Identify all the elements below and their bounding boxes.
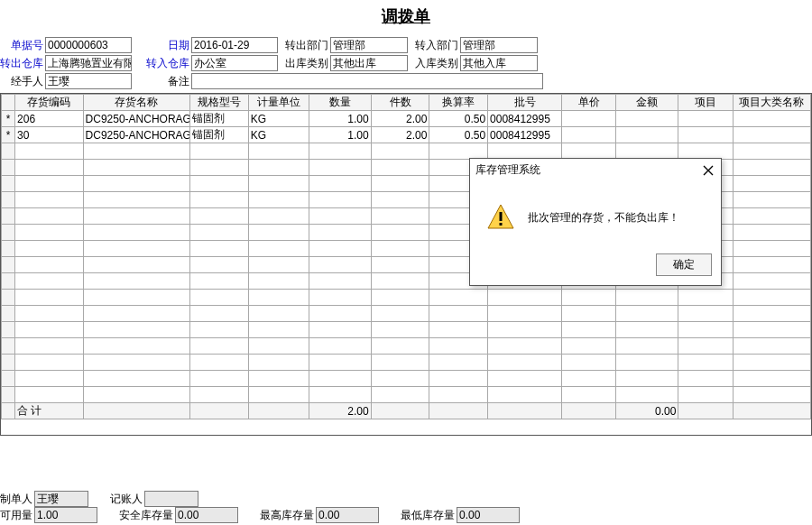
table-row[interactable] — [2, 143, 811, 160]
col-amount[interactable]: 金额 — [616, 95, 678, 111]
footer-bar: 制单人 王璎 记账人 — [0, 491, 198, 507]
poster-field — [144, 491, 198, 507]
warning-dialog: 库存管理系统 批次管理的存货，不能负出库！ 确定 — [469, 158, 722, 286]
remark-field[interactable] — [191, 73, 543, 89]
in-dept-label: 转入部门 — [408, 38, 460, 53]
date-field[interactable]: 2016-01-29 — [191, 37, 278, 53]
in-wh-label: 转入仓库 — [132, 56, 191, 71]
safe-field: 0.00 — [175, 507, 238, 523]
total-label: 合 计 — [15, 403, 83, 419]
handler-label: 经手人 — [0, 74, 45, 89]
out-dept-field[interactable]: 管理部 — [330, 37, 408, 53]
in-wh-field[interactable]: 办公室 — [191, 55, 278, 71]
col-spec[interactable]: 规格型号 — [190, 95, 249, 111]
remark-label: 备注 — [132, 74, 191, 89]
doc-no-field[interactable]: 0000000603 — [45, 37, 132, 53]
out-wh-label: 转出仓库 — [0, 56, 45, 71]
table-row[interactable]: *206DC9250-ANCHORAGE锚固剂KG1.002.000.50000… — [2, 111, 811, 127]
col-qty[interactable]: 数量 — [309, 95, 371, 111]
min-field: 0.00 — [457, 507, 520, 523]
svg-rect-1 — [500, 212, 503, 221]
form-header: 单据号 0000000603 日期 2016-01-29 转出部门 管理部 转入… — [0, 36, 812, 90]
col-code[interactable]: 存货编码 — [15, 95, 83, 111]
dialog-title: 库存管理系统 — [475, 162, 540, 178]
min-label: 最低库存量 — [401, 508, 457, 523]
table-row[interactable] — [2, 306, 811, 322]
max-label: 最高库存量 — [260, 508, 316, 523]
col-price[interactable]: 单价 — [562, 95, 616, 111]
out-type-label: 出库类别 — [278, 56, 330, 71]
max-field: 0.00 — [316, 507, 379, 523]
col-pcs[interactable]: 件数 — [371, 95, 429, 111]
dialog-ok-button[interactable]: 确定 — [656, 253, 712, 276]
page-title: 调拨单 — [0, 0, 812, 36]
table-row[interactable] — [2, 371, 811, 387]
col-rate[interactable]: 换算率 — [429, 95, 488, 111]
close-icon — [703, 165, 714, 176]
out-dept-label: 转出部门 — [278, 38, 330, 53]
total-qty: 2.00 — [309, 403, 371, 419]
warning-icon — [486, 203, 515, 232]
grid-header: 存货编码 存货名称 规格型号 计量单位 数量 件数 换算率 批号 单价 金额 项… — [2, 95, 811, 111]
table-row[interactable] — [2, 322, 811, 338]
col-unit[interactable]: 计量单位 — [248, 95, 309, 111]
dialog-message: 批次管理的存货，不能负出库！ — [528, 210, 679, 226]
col-batch[interactable]: 批号 — [488, 95, 562, 111]
in-type-label: 入库类别 — [408, 56, 460, 71]
table-row[interactable]: *30DC9250-ANCHORAGE锚固剂KG1.002.000.500008… — [2, 127, 811, 143]
total-amount: 0.00 — [616, 403, 678, 419]
in-type-field[interactable]: 其他入库 — [460, 55, 538, 71]
out-wh-field[interactable]: 上海腾驰置业有限 — [45, 55, 132, 71]
table-row[interactable] — [2, 338, 811, 355]
svg-rect-2 — [500, 223, 503, 226]
table-row[interactable] — [2, 355, 811, 371]
poster-label: 记账人 — [110, 492, 144, 507]
table-row[interactable] — [2, 387, 811, 403]
stock-info-bar: 可用量 1.00 安全库存量 0.00 最高库存量 0.00 最低库存量 0.0… — [0, 507, 520, 523]
grid-total-row: 合 计 2.00 0.00 — [2, 403, 811, 419]
out-type-field[interactable]: 其他出库 — [330, 55, 408, 71]
usable-field: 1.00 — [34, 507, 97, 523]
usable-label: 可用量 — [0, 508, 34, 523]
maker-label: 制单人 — [0, 492, 34, 507]
col-proj[interactable]: 项目 — [678, 95, 733, 111]
in-dept-field[interactable]: 管理部 — [460, 37, 538, 53]
table-row[interactable] — [2, 290, 811, 306]
date-label: 日期 — [132, 38, 191, 53]
doc-no-label: 单据号 — [0, 38, 45, 53]
col-name[interactable]: 存货名称 — [83, 95, 190, 111]
maker-field: 王璎 — [34, 491, 88, 507]
dialog-close-button[interactable] — [701, 163, 715, 178]
safe-label: 安全库存量 — [119, 508, 175, 523]
handler-field[interactable]: 王璎 — [45, 73, 132, 89]
col-projcat[interactable]: 项目大类名称 — [733, 95, 810, 111]
